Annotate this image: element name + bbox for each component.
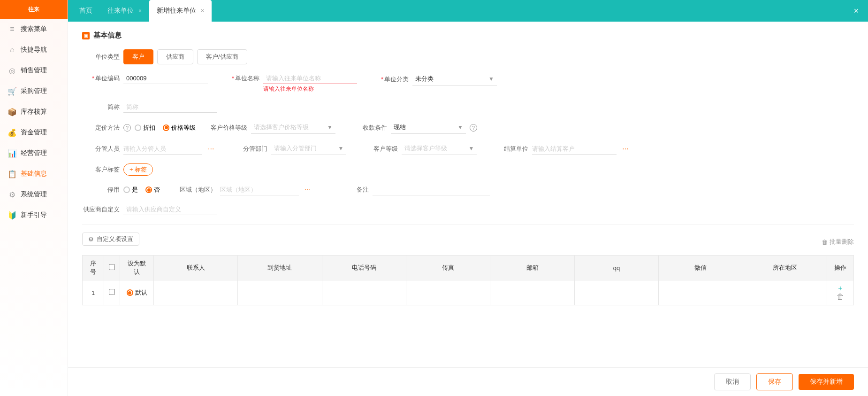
sidebar-item-label: 库存核算: [21, 108, 47, 116]
customer-level-arrow-icon: ▼: [468, 145, 474, 152]
sidebar-item-sales[interactable]: ◎ 销售管理: [0, 60, 68, 81]
guide-icon: 🔰: [8, 210, 17, 220]
unit-type-group: 单位类型 客户 供应商 客户/供应商: [82, 49, 247, 64]
settlement-dots-icon[interactable]: ···: [620, 145, 630, 153]
sidebar-item-guide[interactable]: 🔰 新手引导: [0, 205, 68, 225]
row-checkbox[interactable]: [109, 289, 115, 295]
fax-input[interactable]: [411, 289, 485, 296]
tab-home[interactable]: 首页: [72, 0, 100, 22]
col-region: 所在地区: [743, 256, 827, 280]
sidebar-item-purchase[interactable]: 🛒 采购管理: [0, 81, 68, 101]
unit-category-select[interactable]: 未分类 ▼: [412, 73, 497, 85]
tab-new-contact[interactable]: 新增往来单位 ×: [149, 0, 212, 22]
sidebar: 往来 ≡ 搜索菜单 ⌂ 快捷导航 ◎ 销售管理 🛒 采购管理 📦 库存核算 💰 …: [0, 0, 68, 396]
manager-input[interactable]: [123, 143, 202, 155]
col-actions: 操作: [827, 256, 853, 280]
code-name-row: 单位编码 单位名称 请输入往来单位名称 单位分类 未分类 ▼: [82, 73, 854, 93]
row-address[interactable]: [238, 280, 322, 305]
unit-name-input[interactable]: [263, 73, 357, 84]
tab-contacts-close[interactable]: ×: [138, 8, 142, 14]
select-all-checkbox[interactable]: [109, 264, 115, 270]
row-default-radio[interactable]: 默认: [125, 288, 149, 297]
customer-level-select[interactable]: 请选择客户等级 ▼: [402, 142, 477, 155]
phone-input[interactable]: [327, 289, 401, 296]
contact-input[interactable]: [159, 289, 233, 296]
row-qq[interactable]: [574, 280, 658, 305]
unit-code-group: 单位编码: [82, 73, 208, 84]
unit-name-label: 单位名称: [222, 74, 259, 83]
disabled-no-radio[interactable]: 否: [145, 186, 160, 194]
manager-row: 分管人员 ··· 分管部门 请输入分管部门 ▼ 客户等级 请选择客户等级 ▼ 结…: [82, 142, 854, 155]
row-region[interactable]: [743, 280, 827, 305]
table-section: ⚙ 自定义项设置 🗑 批量删除 序号 设为默认 联系人: [82, 225, 854, 305]
manager-dots-icon[interactable]: ···: [206, 145, 216, 153]
tab-contacts[interactable]: 往来单位 ×: [100, 0, 149, 22]
row-contact[interactable]: [153, 280, 237, 305]
customer-price-arrow-icon: ▼: [327, 124, 333, 131]
pricing-radio-group: 折扣 价格等级: [135, 124, 196, 132]
add-row-button[interactable]: +: [838, 284, 842, 293]
price-level-label: 价格等级: [171, 124, 196, 132]
cancel-button[interactable]: 取消: [714, 373, 751, 390]
col-email: 邮箱: [490, 256, 574, 280]
customer-btn[interactable]: 客户: [123, 49, 153, 64]
discount-radio[interactable]: 折扣: [135, 124, 155, 132]
customer-level-placeholder: 请选择客户等级: [404, 144, 447, 153]
short-name-label: 简称: [82, 103, 120, 111]
custom-settings-button[interactable]: ⚙ 自定义项设置: [82, 233, 139, 246]
disabled-yes-radio[interactable]: 是: [123, 186, 138, 194]
customer-price-select[interactable]: 请选择客户价格等级 ▼: [251, 121, 335, 134]
unit-name-error: 请输入往来单位名称: [263, 85, 357, 93]
row-email[interactable]: [490, 280, 574, 305]
email-input[interactable]: [495, 289, 569, 296]
supplier-custom-group: 供应商自定义: [82, 204, 217, 215]
col-qq: qq: [574, 256, 658, 280]
unit-name-group: 单位名称 请输入往来单位名称: [222, 73, 357, 93]
sidebar-item-basic[interactable]: 📋 基础信息: [0, 163, 68, 184]
payment-terms-select[interactable]: 现结 ▼: [391, 121, 466, 134]
sidebar-item-finance[interactable]: 💰 资金管理: [0, 122, 68, 143]
discount-label: 折扣: [143, 124, 155, 132]
sidebar-item-search[interactable]: ≡ 搜索菜单: [0, 19, 68, 39]
save-button[interactable]: 保存: [756, 373, 793, 390]
sidebar-item-quicknav[interactable]: ⌂ 快捷导航: [0, 39, 68, 60]
customer-level-group: 客户等级 请选择客户等级 ▼: [360, 142, 477, 155]
window-close-button[interactable]: ×: [848, 6, 864, 16]
supplier-btn[interactable]: 供应商: [157, 49, 193, 64]
qq-input[interactable]: [579, 289, 654, 296]
region-group: 区域（地区） ···: [179, 184, 312, 195]
row-fax[interactable]: [406, 280, 490, 305]
batch-delete-button[interactable]: 🗑 批量删除: [822, 238, 854, 246]
category-arrow-icon: ▼: [488, 76, 494, 82]
row-phone[interactable]: [322, 280, 406, 305]
finance-icon: 💰: [8, 128, 17, 137]
remark-label: 备注: [331, 186, 369, 194]
region-input[interactable]: [220, 184, 299, 195]
row-wechat[interactable]: [659, 280, 743, 305]
dept-select[interactable]: 请输入分管部门 ▼: [271, 142, 346, 155]
price-level-radio[interactable]: 价格等级: [163, 124, 196, 132]
both-btn[interactable]: 客户/供应商: [197, 49, 247, 64]
default-radio-circle: [127, 289, 133, 296]
unit-code-input[interactable]: [123, 73, 208, 84]
short-name-input[interactable]: [123, 101, 217, 113]
supplier-custom-input[interactable]: [123, 204, 217, 215]
tab-new-contact-close[interactable]: ×: [201, 8, 204, 14]
remark-input[interactable]: [373, 184, 490, 195]
sidebar-item-operations[interactable]: 📊 经营管理: [0, 143, 68, 163]
region-row-input[interactable]: [748, 289, 822, 296]
pricing-help-icon[interactable]: ?: [123, 124, 131, 132]
col-index: 序号: [83, 256, 104, 280]
sidebar-item-inventory[interactable]: 📦 库存核算: [0, 101, 68, 122]
payment-help-icon[interactable]: ?: [470, 124, 477, 132]
col-address: 到货地址: [238, 256, 322, 280]
form-content: ▣ 基本信息 单位类型 客户 供应商 客户/供应商 单位编码 单位名称: [68, 22, 868, 367]
sidebar-item-system[interactable]: ⚙ 系统管理: [0, 184, 68, 205]
add-tag-button[interactable]: + 标签: [123, 163, 153, 176]
delete-row-button[interactable]: 🗑: [837, 293, 844, 301]
region-dots-icon[interactable]: ···: [303, 186, 312, 194]
address-input[interactable]: [243, 289, 317, 296]
wechat-input[interactable]: [663, 289, 738, 296]
settlement-input[interactable]: [532, 143, 617, 155]
save-new-button[interactable]: 保存并新增: [799, 374, 854, 390]
